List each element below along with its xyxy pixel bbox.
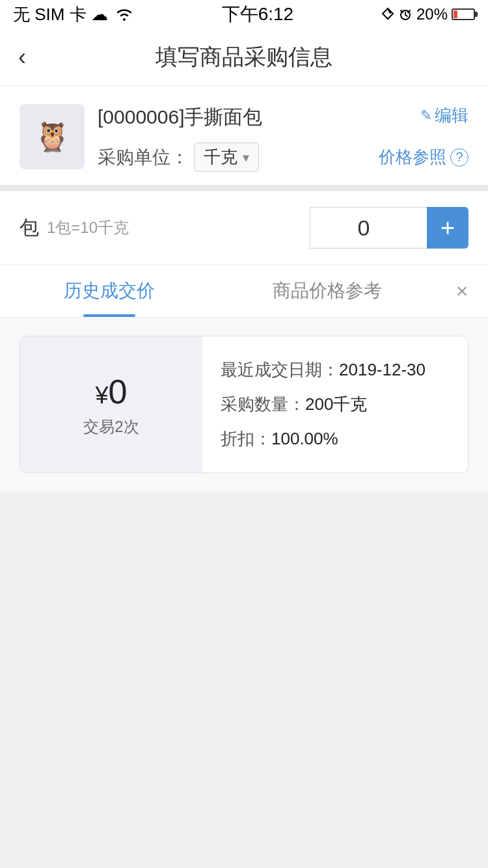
- price-ref-label: 价格参照: [379, 146, 446, 169]
- product-title: 手撕面包: [184, 106, 262, 128]
- discount-row: 折扣：100.00%: [221, 426, 450, 452]
- price-card-right: 最近成交日期：2019-12-30 采购数量：200千克 折扣：100.00%: [202, 336, 468, 472]
- unit-select[interactable]: 千克 ▾: [194, 142, 259, 172]
- tab-underline: [83, 314, 135, 317]
- quantity-plus-button[interactable]: +: [427, 207, 468, 249]
- status-right: 20%: [381, 5, 475, 23]
- price-number: 0: [109, 373, 128, 411]
- recent-date-row: 最近成交日期：2019-12-30: [221, 357, 450, 383]
- product-card: 🦉 [0000006]手撕面包 ✎ 编辑 采购单位： 千克 ▾ 价格参照 ?: [0, 86, 488, 185]
- nav-bar: ‹ 填写商品采购信息: [0, 29, 488, 86]
- edit-button[interactable]: ✎ 编辑: [420, 104, 468, 127]
- location-icon: [381, 7, 394, 21]
- edit-label: 编辑: [435, 104, 468, 127]
- wifi-icon: [115, 7, 134, 21]
- quantity-row: 包 1包=10千克 +: [0, 191, 488, 265]
- price-amount: ¥0: [96, 372, 128, 411]
- price-card-left: ¥0 交易2次: [20, 336, 202, 472]
- alarm-icon: [398, 7, 413, 21]
- product-name-row: [0000006]手撕面包 ✎ 编辑: [98, 104, 468, 131]
- tab-price-reference[interactable]: 商品价格参考: [218, 265, 436, 317]
- section-divider: [0, 185, 488, 191]
- plus-icon: +: [441, 215, 455, 240]
- product-name: [0000006]手撕面包: [98, 104, 262, 131]
- discount-label: 折扣：: [221, 429, 271, 448]
- purchase-qty-value: 200千克: [305, 394, 367, 414]
- svg-point-0: [123, 18, 126, 21]
- bottom-panel: 历史成交价 商品价格参考 × ¥0 交易2次 最近成交日期：2019-12-30: [0, 265, 488, 491]
- tab-history-price[interactable]: 历史成交价: [0, 265, 218, 317]
- status-left: 无 SIM 卡 ☁: [13, 3, 134, 26]
- quantity-equiv: 1包=10千克: [47, 217, 129, 238]
- unit-value: 千克: [204, 146, 237, 169]
- recent-date-value: 2019-12-30: [339, 360, 426, 379]
- tabs-row: 历史成交价 商品价格参考 ×: [0, 265, 488, 318]
- purchase-qty-label: 采购数量：: [221, 394, 305, 414]
- page-title: 填写商品采购信息: [156, 42, 332, 72]
- recent-date-label: 最近成交日期：: [221, 360, 339, 379]
- purchase-unit-row: 采购单位： 千克 ▾ 价格参照 ?: [98, 142, 468, 172]
- discount-value: 100.00%: [271, 429, 338, 448]
- price-card: ¥0 交易2次 最近成交日期：2019-12-30 采购数量：200千克 折扣：…: [20, 336, 468, 473]
- edit-icon: ✎: [420, 107, 432, 124]
- product-thumbnail: 🦉: [20, 104, 85, 169]
- transaction-count: 交易2次: [83, 416, 139, 437]
- product-id: [0000006]: [98, 106, 184, 128]
- signal-text: 无 SIM 卡 ☁: [13, 3, 108, 26]
- quantity-unit: 包: [20, 215, 39, 241]
- price-card-container: ¥0 交易2次 最近成交日期：2019-12-30 采购数量：200千克 折扣：…: [0, 318, 488, 491]
- back-button[interactable]: ‹: [18, 44, 26, 71]
- status-bar: 无 SIM 卡 ☁ 下午6:12 20%: [0, 0, 488, 29]
- product-logo: 🦉: [34, 122, 70, 151]
- battery-icon: [452, 8, 475, 20]
- quantity-input[interactable]: [310, 207, 427, 249]
- quantity-controls: +: [310, 207, 468, 249]
- purchase-qty-row: 采购数量：200千克: [221, 392, 450, 417]
- product-info: [0000006]手撕面包 ✎ 编辑 采购单位： 千克 ▾ 价格参照 ?: [98, 104, 468, 172]
- page-background: [0, 491, 488, 868]
- help-icon: ?: [450, 148, 468, 167]
- currency-symbol: ¥: [96, 382, 109, 409]
- tab-reference-label: 商品价格参考: [273, 278, 382, 303]
- purchase-unit-group: 采购单位： 千克 ▾: [98, 142, 259, 172]
- battery-percent: 20%: [416, 5, 448, 23]
- quantity-label-group: 包 1包=10千克: [20, 215, 129, 241]
- purchase-unit-label: 采购单位：: [98, 145, 189, 170]
- status-time: 下午6:12: [222, 2, 294, 27]
- chevron-down-icon: ▾: [243, 150, 249, 165]
- close-button[interactable]: ×: [436, 265, 488, 317]
- tab-history-label: 历史成交价: [64, 278, 155, 303]
- price-reference-button[interactable]: 价格参照 ?: [379, 146, 468, 169]
- close-icon: ×: [456, 279, 468, 303]
